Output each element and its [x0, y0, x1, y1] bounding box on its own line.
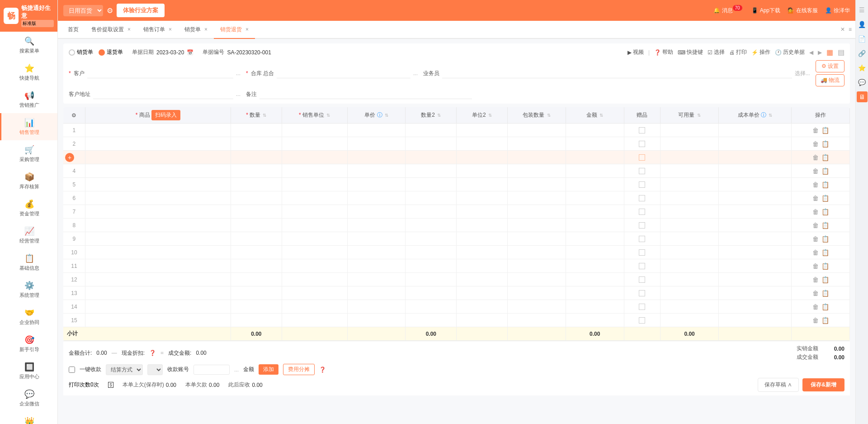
settlement-val-select[interactable] — [147, 364, 163, 375]
amount-cell[interactable] — [566, 151, 624, 164]
customer-dots[interactable]: ... — [236, 70, 241, 76]
sales-unit-cell[interactable] — [282, 124, 347, 137]
grid-view-icon[interactable]: ▦ — [826, 48, 833, 57]
right-panel-icon-1[interactable]: ☰ — [857, 5, 868, 15]
save-draft-btn[interactable]: 保存草稿 ∧ — [758, 378, 799, 392]
pack-qty-cell[interactable] — [507, 137, 566, 151]
copy-icon[interactable]: 📋 — [821, 140, 829, 148]
available-cell[interactable] — [660, 124, 719, 137]
copy-icon[interactable]: 📋 — [821, 303, 829, 310]
address-input[interactable] — [93, 89, 233, 99]
tab-sales-order[interactable]: 销售订单 × — [137, 21, 178, 39]
cost-price-cell[interactable] — [719, 151, 792, 164]
tab-home[interactable]: 首页 — [61, 21, 85, 39]
cost-price-sort-icon[interactable]: ⇅ — [769, 113, 772, 118]
right-panel-icon-3[interactable]: 📄 — [857, 33, 868, 44]
tab-sales-delivery-close[interactable]: × — [204, 26, 208, 33]
add-row-button[interactable]: + — [65, 153, 74, 162]
product-cell[interactable] — [85, 124, 231, 137]
unit-price-cell[interactable] — [347, 137, 406, 151]
copy-icon[interactable]: 📋 — [821, 317, 829, 324]
gift-cell[interactable] — [624, 124, 660, 137]
right-panel-icon-6[interactable]: 💬 — [857, 77, 868, 88]
pack-qty-cell[interactable] — [507, 151, 566, 164]
copy-icon[interactable]: 📋 — [821, 276, 829, 283]
copy-icon[interactable]: 📋 — [821, 195, 829, 202]
quantity-cell[interactable] — [231, 151, 282, 164]
right-panel-icon-7[interactable]: 🖥 — [857, 91, 868, 102]
radio-return[interactable]: 退货单 — [99, 48, 123, 56]
action-video[interactable]: ▶ 视频 — [627, 48, 644, 56]
pack-qty-cell[interactable] — [507, 124, 566, 137]
action-operate[interactable]: ⚡ 操作 — [751, 48, 770, 56]
sales-unit-cell[interactable] — [282, 151, 347, 164]
sidebar-item-guide[interactable]: 🎯 新手引导 — [0, 330, 57, 357]
sidebar-item-basics[interactable]: 📋 基础信息 — [0, 249, 57, 276]
sidebar-item-operations[interactable]: 📈 经营管理 — [0, 222, 57, 249]
delete-icon[interactable]: 🗑 — [812, 127, 819, 134]
quantity-cell[interactable] — [231, 124, 282, 137]
cost-price-cell[interactable] — [719, 137, 792, 151]
address-dots[interactable]: ... — [236, 91, 241, 97]
action-shortcut[interactable]: ⌨ 快捷键 — [678, 48, 703, 56]
quantity2-sort-icon[interactable]: ⇅ — [437, 113, 441, 118]
amount-cell[interactable] — [566, 124, 624, 137]
quantity-cell[interactable] — [231, 137, 282, 151]
copy-icon[interactable]: 📋 — [821, 222, 829, 229]
delete-icon[interactable]: 🗑 — [812, 290, 819, 297]
unit2-cell[interactable] — [457, 151, 508, 164]
right-panel-icon-5[interactable]: ⭐ — [857, 62, 868, 73]
copy-icon[interactable]: 📋 — [821, 167, 829, 175]
unit-price-sort-icon[interactable]: ⇅ — [385, 113, 388, 118]
account-dots[interactable]: ... — [234, 367, 239, 373]
tab-sales-return[interactable]: 销货退货 × — [214, 21, 255, 39]
th-settings[interactable]: ⚙ — [63, 107, 85, 124]
tab-sales-order-close[interactable]: × — [169, 26, 172, 33]
unit2-cell[interactable] — [457, 137, 508, 151]
salesperson-dots[interactable]: 选择... — [795, 70, 810, 77]
sidebar-item-purchase[interactable]: 🛒 采购管理 — [0, 140, 57, 167]
right-panel-icon-4[interactable]: 🔗 — [857, 48, 868, 59]
sidebar-item-member[interactable]: 👑 畅会员 — [0, 412, 57, 424]
delete-icon[interactable]: 🗑 — [812, 249, 819, 256]
copy-icon[interactable]: 📋 — [821, 154, 829, 161]
action-print[interactable]: 🖨 打印 — [729, 48, 747, 56]
copy-icon[interactable]: 📋 — [821, 262, 829, 270]
available-cell[interactable] — [660, 137, 719, 151]
customer-input[interactable] — [87, 68, 233, 78]
delete-icon[interactable]: 🗑 — [812, 154, 819, 161]
fee-btn[interactable]: 费用分摊 — [283, 364, 315, 375]
sales-unit-cell[interactable] — [282, 137, 347, 151]
sidebar-item-marketing[interactable]: 📢 营销推广 — [0, 86, 57, 113]
one-click-pay-checkbox[interactable] — [69, 367, 75, 373]
cost-price-cell[interactable] — [719, 124, 792, 137]
logistics-btn[interactable]: 🚚 物流 — [816, 74, 844, 86]
cost-price-info-icon[interactable]: ⓘ — [761, 112, 766, 118]
copy-icon[interactable]: 📋 — [821, 249, 829, 256]
product-cell[interactable] — [85, 137, 231, 151]
copy-icon[interactable]: 📋 — [821, 235, 829, 243]
sidebar-item-shortcut[interactable]: ⭐ 快捷导航 — [0, 59, 57, 86]
gift-cell[interactable] — [624, 151, 660, 164]
delete-icon[interactable]: 🗑 — [812, 317, 819, 324]
sidebar-item-system[interactable]: ⚙️ 系统管理 — [0, 276, 57, 303]
available-cell[interactable] — [660, 151, 719, 164]
list-view-icon[interactable]: ▤ — [838, 48, 844, 57]
delete-icon[interactable]: 🗑 — [812, 140, 819, 148]
settlement-method-select[interactable]: 结算方式 — [106, 364, 143, 375]
unit-price-info-icon[interactable]: ⓘ — [377, 112, 382, 118]
settings-btn[interactable]: ⚙ 设置 — [816, 60, 844, 72]
date-value[interactable]: 2023-03-20 — [156, 49, 184, 56]
copy-icon[interactable]: 📋 — [821, 208, 829, 215]
product-cell-active[interactable] — [85, 151, 231, 164]
nav-next-icon[interactable]: ▶ — [818, 49, 822, 56]
warehouse-input[interactable] — [277, 68, 410, 78]
unit2-sort-icon[interactable]: ⇅ — [488, 113, 492, 118]
action-history[interactable]: 🕐 历史单据 — [775, 48, 805, 56]
experience-btn[interactable]: 体验行业方案 — [117, 4, 165, 17]
delete-icon[interactable]: 🗑 — [812, 208, 819, 215]
unit-price-cell[interactable] — [347, 124, 406, 137]
sidebar-item-finance[interactable]: 💰 资金管理 — [0, 195, 57, 222]
discount-question-icon[interactable]: ❓ — [149, 350, 156, 356]
warehouse-dots[interactable]: ... — [413, 70, 418, 76]
